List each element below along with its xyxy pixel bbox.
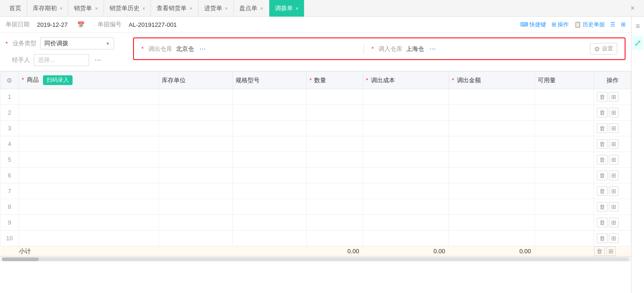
subtotal-delete-btn[interactable]: 🗑 bbox=[594, 246, 605, 256]
row-unit-5[interactable] bbox=[159, 152, 233, 168]
row-available-7[interactable] bbox=[535, 183, 594, 199]
row-copy-btn-10[interactable]: ⊞ bbox=[609, 233, 619, 243]
tab-close-transfer-order[interactable]: × bbox=[296, 6, 298, 11]
row-available-10[interactable] bbox=[535, 231, 594, 246]
subtotal-copy-btn[interactable]: ⊞ bbox=[606, 246, 616, 256]
row-goods-6[interactable] bbox=[19, 168, 159, 183]
row-copy-btn-9[interactable]: ⊞ bbox=[609, 218, 619, 227]
tab-sales-history[interactable]: 销货单历史 × bbox=[104, 0, 151, 17]
row-available-5[interactable] bbox=[535, 152, 594, 168]
row-spec-3[interactable] bbox=[232, 121, 306, 136]
row-copy-btn-8[interactable]: ⊞ bbox=[609, 202, 619, 212]
row-cost-7[interactable] bbox=[363, 183, 449, 199]
row-spec-4[interactable] bbox=[232, 136, 306, 152]
gear-button[interactable]: ⚙ bbox=[6, 77, 12, 84]
row-delete-btn-7[interactable]: 🗑 bbox=[597, 186, 608, 196]
scan-entry-button[interactable]: 扫码录入 bbox=[43, 75, 73, 85]
calendar-icon[interactable]: 📅 bbox=[77, 21, 85, 28]
row-goods-4[interactable] bbox=[19, 136, 159, 152]
row-unit-1[interactable] bbox=[159, 89, 233, 105]
row-unit-2[interactable] bbox=[159, 105, 233, 121]
row-amount-8[interactable] bbox=[449, 199, 535, 215]
row-spec-8[interactable] bbox=[232, 199, 306, 215]
tab-close-view-sales[interactable]: × bbox=[189, 6, 192, 11]
row-cost-9[interactable] bbox=[363, 215, 449, 231]
row-qty-9[interactable] bbox=[306, 215, 363, 231]
tab-close-inventory-check[interactable]: × bbox=[260, 6, 263, 11]
row-delete-btn-8[interactable]: 🗑 bbox=[597, 202, 608, 212]
row-cost-2[interactable] bbox=[363, 105, 449, 121]
row-cost-3[interactable] bbox=[363, 121, 449, 136]
row-delete-btn-5[interactable]: 🗑 bbox=[597, 155, 608, 165]
row-spec-9[interactable] bbox=[232, 215, 306, 231]
row-goods-2[interactable] bbox=[19, 105, 159, 121]
tab-close-purchase-order[interactable]: × bbox=[225, 6, 228, 11]
row-spec-5[interactable] bbox=[232, 152, 306, 168]
row-amount-7[interactable] bbox=[449, 183, 535, 199]
row-spec-2[interactable] bbox=[232, 105, 306, 121]
tab-inventory-check[interactable]: 盘点单 × bbox=[234, 0, 269, 17]
row-unit-10[interactable] bbox=[159, 231, 233, 246]
row-available-1[interactable] bbox=[535, 89, 594, 105]
biz-type-select[interactable]: 同价调拨 ▼ bbox=[40, 37, 114, 49]
settings-button[interactable]: ⚙ 设置 bbox=[590, 43, 617, 55]
window-close-button[interactable]: × bbox=[625, 4, 640, 12]
row-unit-3[interactable] bbox=[159, 121, 233, 136]
row-amount-4[interactable] bbox=[449, 136, 535, 152]
row-spec-6[interactable] bbox=[232, 168, 306, 183]
row-spec-1[interactable] bbox=[232, 89, 306, 105]
row-goods-1[interactable] bbox=[19, 89, 159, 105]
row-qty-3[interactable] bbox=[306, 121, 363, 136]
row-available-9[interactable] bbox=[535, 215, 594, 231]
row-delete-btn-4[interactable]: 🗑 bbox=[597, 139, 608, 149]
in-warehouse-more-btn[interactable]: ··· bbox=[428, 45, 437, 53]
row-amount-2[interactable] bbox=[449, 105, 535, 121]
scrollbar-thumb[interactable] bbox=[2, 257, 39, 261]
row-available-2[interactable] bbox=[535, 105, 594, 121]
row-qty-2[interactable] bbox=[306, 105, 363, 121]
out-warehouse-value[interactable]: 北京仓 bbox=[176, 45, 194, 53]
tab-close-inventory-init[interactable]: × bbox=[60, 6, 62, 11]
tab-close-sales-history[interactable]: × bbox=[142, 6, 145, 11]
tab-transfer-order[interactable]: 调拨单 × bbox=[269, 0, 304, 17]
row-copy-btn-5[interactable]: ⊞ bbox=[609, 155, 619, 165]
tab-view-sales[interactable]: 查看销货单 × bbox=[151, 0, 198, 17]
row-qty-8[interactable] bbox=[306, 199, 363, 215]
row-copy-btn-2[interactable]: ⊞ bbox=[609, 108, 619, 117]
row-cost-5[interactable] bbox=[363, 152, 449, 168]
row-cost-6[interactable] bbox=[363, 168, 449, 183]
row-amount-3[interactable] bbox=[449, 121, 535, 136]
sidebar-list-icon[interactable]: ≡ bbox=[634, 20, 642, 32]
row-delete-btn-2[interactable]: 🗑 bbox=[597, 108, 608, 117]
row-qty-4[interactable] bbox=[306, 136, 363, 152]
row-delete-btn-9[interactable]: 🗑 bbox=[597, 218, 608, 227]
row-cost-1[interactable] bbox=[363, 89, 449, 105]
date-value[interactable]: 2019-12-27 bbox=[37, 21, 68, 28]
in-warehouse-value[interactable]: 上海仓 bbox=[406, 45, 424, 53]
row-goods-9[interactable] bbox=[19, 215, 159, 231]
shortcut-btn[interactable]: ⌨ 快捷键 bbox=[520, 21, 546, 29]
row-qty-1[interactable] bbox=[306, 89, 363, 105]
row-unit-8[interactable] bbox=[159, 199, 233, 215]
row-copy-btn-7[interactable]: ⊞ bbox=[609, 186, 619, 196]
tab-home[interactable]: 首页 bbox=[4, 0, 27, 17]
out-warehouse-more-btn[interactable]: ··· bbox=[198, 45, 207, 53]
row-goods-3[interactable] bbox=[19, 121, 159, 136]
row-delete-btn-1[interactable]: 🗑 bbox=[597, 92, 608, 102]
row-copy-btn-3[interactable]: ⊞ bbox=[609, 123, 619, 133]
row-copy-btn-4[interactable]: ⊞ bbox=[609, 139, 619, 149]
row-delete-btn-10[interactable]: 🗑 bbox=[597, 233, 608, 243]
layout-btn-2[interactable]: ⊞ bbox=[621, 21, 626, 28]
row-cost-4[interactable] bbox=[363, 136, 449, 152]
tab-close-sales-order[interactable]: × bbox=[95, 6, 97, 11]
row-cost-10[interactable] bbox=[363, 231, 449, 246]
sidebar-expand-icon[interactable]: ⤢ bbox=[632, 36, 643, 50]
row-qty-7[interactable] bbox=[306, 183, 363, 199]
row-qty-5[interactable] bbox=[306, 152, 363, 168]
row-cost-8[interactable] bbox=[363, 199, 449, 215]
row-available-3[interactable] bbox=[535, 121, 594, 136]
row-available-8[interactable] bbox=[535, 199, 594, 215]
handler-more-btn[interactable]: ··· bbox=[93, 56, 103, 64]
row-copy-btn-1[interactable]: ⊞ bbox=[609, 92, 619, 102]
row-unit-7[interactable] bbox=[159, 183, 233, 199]
